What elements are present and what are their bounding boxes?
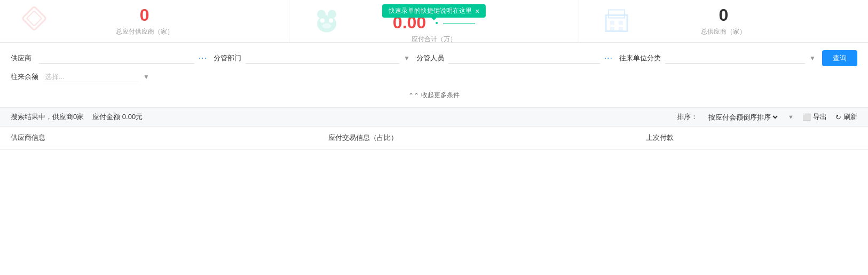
svg-point-6 <box>329 18 333 22</box>
tooltip-dot <box>435 21 439 25</box>
export-icon: ⬜ <box>802 113 811 121</box>
result-summary: 搜索结果中，供应商0家 <box>11 112 84 122</box>
stat-payable-total: 快速录单的快捷键说明在这里 × 0.00 应付合计（万） <box>289 0 579 42</box>
filter-section: 供应商 ··· 分管部门 ▼ 分管人员 ··· 往来单位分类 ▼ 查询 往来余额 <box>0 43 868 108</box>
collapse-text: 收起更多条件 <box>421 91 460 100</box>
result-bar: 搜索结果中，供应商0家 应付金额 0.00元 排序： 按应付会额倒序排序 ▼ ⬜… <box>0 108 868 127</box>
col-last-payment-header: 上次付款 <box>646 133 858 143</box>
svg-point-5 <box>320 18 325 22</box>
result-info: 搜索结果中，供应商0家 应付金额 0.00元 <box>11 112 143 122</box>
sort-label: 排序： <box>677 112 698 122</box>
svg-rect-13 <box>619 27 623 31</box>
payable-suppliers-label: 总应付供应商（家） <box>116 27 173 36</box>
total-suppliers-label: 总供应商（家） <box>701 27 746 36</box>
col-transaction-header: 应付交易信息（占比） <box>328 133 646 143</box>
person-dots[interactable]: ··· <box>604 53 613 63</box>
filter-supplier: 供应商 ··· <box>11 53 207 64</box>
supplier-label: 供应商 <box>11 53 35 63</box>
svg-rect-12 <box>610 27 614 31</box>
supplier-dots[interactable]: ··· <box>199 53 207 63</box>
department-input[interactable] <box>246 53 399 64</box>
svg-rect-11 <box>619 20 623 25</box>
stats-bar: 0 总应付供应商（家） 快速录单的快捷键说明在这里 × 0.00 应付合计（万） <box>0 0 868 43</box>
svg-rect-10 <box>610 20 614 25</box>
filter-department: 分管部门 ▼ <box>214 53 410 64</box>
refresh-button[interactable]: ↻ 刷新 <box>835 112 857 122</box>
category-chevron[interactable]: ▼ <box>809 54 816 62</box>
tooltip-bubble: 快速录单的快捷键说明在这里 × <box>382 4 486 18</box>
result-amount: 应付金额 0.00元 <box>92 112 143 122</box>
stat-payable-suppliers: 0 总应付供应商（家） <box>0 0 289 42</box>
sort-select[interactable]: 按应付会额倒序排序 <box>706 113 779 122</box>
tooltip-text: 快速录单的快捷键说明在这里 <box>389 6 472 15</box>
export-label: 导出 <box>813 112 827 122</box>
balance-label: 往来余额 <box>11 72 38 82</box>
collapse-button[interactable]: ⌃⌃ 收起更多条件 <box>408 91 460 100</box>
diamond-icon <box>21 5 51 37</box>
person-input[interactable] <box>448 53 600 64</box>
building-icon <box>601 4 633 38</box>
department-label: 分管部门 <box>214 53 241 63</box>
balance-input[interactable] <box>43 72 139 82</box>
svg-rect-0 <box>22 6 46 30</box>
refresh-label: 刷新 <box>843 112 857 122</box>
table-header: 供应商信息 应付交易信息（占比） 上次付款 <box>0 127 868 150</box>
chevron-down-icon: ▼ <box>788 114 794 120</box>
supplier-input[interactable] <box>39 53 194 64</box>
filter-category: 往来单位分类 ▼ <box>619 53 816 64</box>
category-label: 往来单位分类 <box>619 53 661 63</box>
department-chevron[interactable]: ▼ <box>404 54 410 62</box>
export-button[interactable]: ⬜ 导出 <box>802 112 827 122</box>
svg-rect-9 <box>609 10 625 18</box>
svg-point-7 <box>322 23 331 28</box>
tooltip-line <box>443 23 475 23</box>
total-suppliers-number: 0 <box>719 6 728 25</box>
filter-row-2: 往来余额 ▼ <box>11 72 857 82</box>
svg-rect-1 <box>27 11 42 26</box>
person-label: 分管人员 <box>416 53 444 63</box>
collapse-row: ⌃⌃ 收起更多条件 <box>11 88 857 103</box>
balance-chevron[interactable]: ▼ <box>143 73 149 81</box>
filter-balance: 往来余额 ▼ <box>11 72 149 82</box>
payable-total-label: 应付合计（万） <box>412 35 456 44</box>
tooltip-close[interactable]: × <box>475 7 479 15</box>
collapse-up-icon: ⌃⌃ <box>408 92 419 99</box>
search-button[interactable]: 查询 <box>822 50 857 66</box>
stat-total-suppliers: 0 总供应商（家） <box>579 0 868 42</box>
payable-suppliers-number: 0 <box>140 6 149 25</box>
result-actions: 排序： 按应付会额倒序排序 ▼ ⬜ 导出 ↻ 刷新 <box>677 112 857 122</box>
refresh-icon: ↻ <box>835 113 841 121</box>
table-body <box>0 150 868 275</box>
col-supplier-header: 供应商信息 <box>11 133 328 143</box>
bear-icon <box>311 4 343 38</box>
filter-person: 分管人员 ··· <box>416 53 613 64</box>
category-input[interactable] <box>665 53 805 64</box>
filter-row-1: 供应商 ··· 分管部门 ▼ 分管人员 ··· 往来单位分类 ▼ 查询 <box>11 50 857 66</box>
